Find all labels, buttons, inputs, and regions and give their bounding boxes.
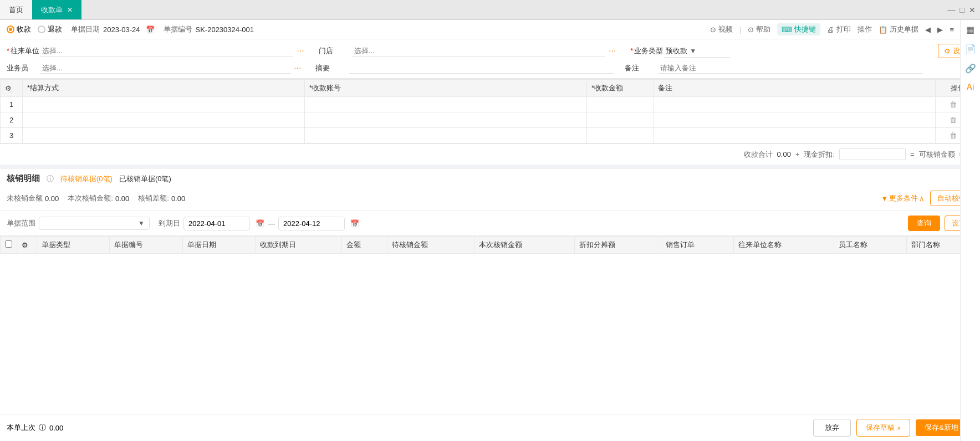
query-button[interactable]: 查询 (908, 216, 940, 231)
row-3-settle[interactable] (23, 128, 305, 143)
row-2-account-input[interactable] (309, 116, 582, 124)
close-window-icon[interactable]: ✕ (969, 6, 976, 14)
sidebar-link-icon[interactable]: 🔗 (965, 63, 976, 74)
row-1-amount-input[interactable] (591, 100, 649, 109)
calendar-to-icon[interactable]: 📅 (350, 219, 359, 228)
range-select[interactable]: ▼ (39, 217, 150, 230)
more-filter-btn[interactable]: ▼ 更多条件 ∧ (881, 193, 925, 203)
store-input[interactable] (352, 45, 605, 57)
biz-type-chevron-icon: ▼ (690, 47, 696, 55)
row-2-remark-input[interactable] (658, 116, 931, 124)
row-3-account-input[interactable] (309, 131, 582, 140)
col-partner-name: 往来单位名称 (734, 237, 834, 254)
history-btn[interactable]: 📋 历史单据 (879, 24, 918, 34)
unverified-stat: 未核销金额 0.00 (7, 193, 59, 203)
date-label: 单据日期 (71, 24, 100, 34)
col-staff-name-label: 员工名称 (839, 240, 867, 249)
pending-tab[interactable]: 待核销单据(0笔) (60, 174, 113, 184)
discount-input[interactable] (839, 148, 906, 160)
date-dash: — (268, 219, 275, 228)
current-session-icon[interactable]: ⓘ (39, 423, 46, 433)
col-staff-name: 员工名称 (834, 237, 907, 254)
col-gear[interactable]: ⚙ (1, 80, 23, 97)
row-1-account[interactable] (305, 97, 587, 112)
row-3-amount[interactable] (587, 128, 654, 143)
layout-icon[interactable]: ≡ (950, 25, 954, 34)
remark-input[interactable] (658, 63, 922, 74)
biz-type-select[interactable]: 预收款 ▼ (663, 45, 730, 58)
sidebar-doc-icon[interactable]: 📄 (965, 44, 976, 54)
radio-refund[interactable]: 退款 (38, 24, 62, 34)
current-session-value: 0.00 (49, 424, 63, 432)
row-1-delete-icon[interactable]: 🗑 (950, 100, 957, 109)
right-sidebar: ▦ 📄 🔗 Ai (960, 20, 980, 441)
done-tab[interactable]: 已核销单据(0笔) (119, 174, 171, 184)
sidebar-ai-icon[interactable]: Ai (966, 83, 974, 93)
chevron-up-icon: ∧ (919, 194, 925, 203)
info-icon[interactable]: ⓘ (47, 174, 54, 184)
row-2-delete-icon[interactable]: 🗑 (950, 116, 957, 124)
due-date-to-input[interactable] (278, 217, 345, 230)
shortcut-btn[interactable]: ⌨ 快捷键 (777, 23, 820, 35)
partner-input[interactable] (40, 45, 293, 57)
history-label: 历史单据 (890, 24, 918, 34)
minimize-icon[interactable]: — (948, 6, 956, 14)
video-btn[interactable]: ⊙ 视频 (710, 24, 733, 34)
tab-home[interactable]: 首页 (0, 0, 32, 19)
summary-input[interactable] (349, 63, 613, 74)
due-date-from-input[interactable] (183, 217, 250, 230)
col-doc-type: 单据类型 (37, 237, 110, 254)
partner-label: 往来单位 (7, 46, 40, 56)
row-1-settle-input[interactable] (27, 100, 300, 109)
sidebar-table-icon[interactable]: ▦ (966, 24, 974, 35)
partner-more-btn[interactable]: ··· (293, 46, 307, 56)
row-2-account[interactable] (305, 112, 587, 128)
sub-stats: 未核销金额 0.00 本次核销金额: 0.00 核销差额: 0.00 ▼ 更多条… (0, 188, 980, 211)
row-3-delete-icon[interactable]: 🗑 (950, 131, 957, 140)
col-current-verify-label: 本次核销金额 (479, 240, 522, 249)
store-more-btn[interactable]: ··· (605, 46, 619, 56)
tab-close-icon[interactable]: ✕ (67, 6, 73, 14)
discard-button[interactable]: 放弃 (813, 419, 851, 437)
tab-receipt[interactable]: 收款单 ✕ (32, 0, 81, 19)
row-2-amount-input[interactable] (591, 116, 649, 124)
save-draft-label: 保存草稿 (866, 423, 895, 433)
range-field: 单据范围 ▼ (7, 217, 150, 230)
row-1-remark[interactable] (654, 97, 936, 112)
select-all-checkbox[interactable] (5, 240, 12, 248)
save-draft-button[interactable]: 保存草稿 ∧ (856, 419, 910, 437)
row-1-remark-input[interactable] (658, 100, 931, 109)
row-2-amount[interactable] (587, 112, 654, 128)
operation-btn[interactable]: 操作 (858, 24, 872, 34)
row-2-remark[interactable] (654, 112, 936, 128)
calendar-from-icon[interactable]: 📅 (256, 219, 264, 228)
radio-receipt[interactable]: 收款 (7, 24, 31, 34)
row-3-account[interactable] (305, 128, 587, 143)
nav-prev-icon[interactable]: ◀ (925, 25, 931, 34)
row-1-account-input[interactable] (309, 100, 582, 109)
col-doc-no: 单据编号 (110, 237, 182, 254)
gear-icon-small[interactable]: ⚙ (5, 84, 12, 93)
col-gear-header[interactable]: ⚙ (17, 237, 37, 254)
row-1-settle[interactable] (23, 97, 305, 112)
current-session-label: 本单上次 (7, 423, 35, 433)
row-3-amount-input[interactable] (591, 131, 649, 140)
row-3-settle-input[interactable] (27, 131, 300, 140)
maximize-icon[interactable]: □ (960, 6, 964, 14)
staff-more-btn[interactable]: ··· (290, 63, 304, 73)
current-verify-stat: 本次核销金额: 0.00 (68, 193, 129, 203)
bottom-gear-icon[interactable]: ⚙ (22, 241, 28, 249)
row-2-settle-input[interactable] (27, 116, 300, 124)
section-title: 核销明细 (7, 173, 40, 184)
help-btn[interactable]: ⊙ 帮助 (748, 24, 770, 34)
row-1-amount[interactable] (587, 97, 654, 112)
print-btn[interactable]: 🖨 打印 (827, 24, 851, 34)
nav-next-icon[interactable]: ▶ (937, 25, 943, 34)
col-discount-label: 折扣分摊额 (579, 240, 615, 249)
date-calendar-icon[interactable]: 📅 (146, 25, 155, 34)
row-3-remark-input[interactable] (658, 131, 931, 140)
row-2-settle[interactable] (23, 112, 305, 128)
print-icon: 🖨 (827, 25, 834, 34)
row-3-remark[interactable] (654, 128, 936, 143)
staff-input[interactable] (40, 63, 290, 74)
